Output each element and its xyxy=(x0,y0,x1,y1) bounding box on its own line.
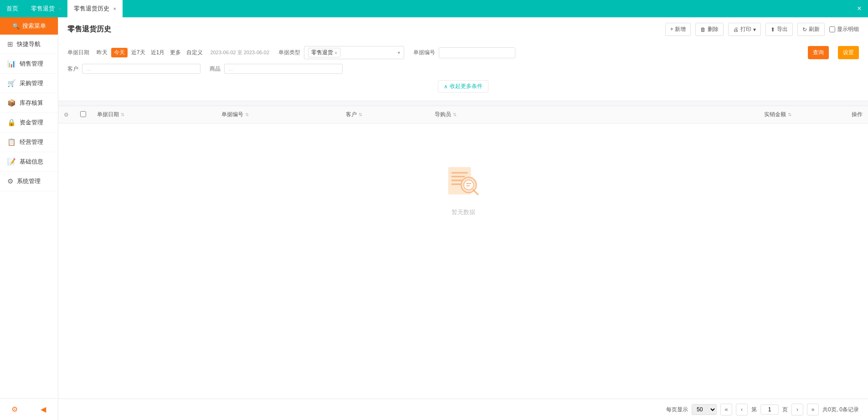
doc-type-tag: 零售退货 × xyxy=(308,48,340,57)
goods-select[interactable]: ... xyxy=(224,64,343,74)
basic-info-icon: 📝 xyxy=(7,158,16,166)
tab-home[interactable]: 首页 xyxy=(0,0,25,17)
tab-retail-return-close[interactable]: × xyxy=(58,6,61,11)
th-doc-date: 单据日期 ⇅ xyxy=(92,106,216,123)
window-close-button[interactable]: × xyxy=(851,0,868,17)
doc-type-tag-close[interactable]: × xyxy=(334,50,337,56)
collapse-icon: ∧ xyxy=(444,83,448,90)
sidebar-item-label: 销售管理 xyxy=(20,60,43,68)
th-doc-number: 单据编号 ⇅ xyxy=(216,106,340,123)
export-button[interactable]: ⬆ 导出 xyxy=(765,23,793,36)
filter-row-1: 单据日期 昨天 今天 近7天 近1月 更多 自定义 2023-06-02 至 2… xyxy=(67,46,859,59)
refresh-button[interactable]: ↻ 刷新 xyxy=(797,23,825,36)
th-settings-icon[interactable]: ⚙ xyxy=(64,112,69,118)
print-arrow-icon: ▾ xyxy=(753,26,756,33)
sidebar-item-quick-nav[interactable]: ⊞ 快捷导航 xyxy=(0,35,58,54)
sidebar: 🔍 搜索菜单 ⊞ 快捷导航 📊 销售管理 🛒 采购管理 📦 库存核算 🔒 资金管… xyxy=(0,17,58,420)
settings-button[interactable]: 设置 xyxy=(838,46,859,59)
select-all-checkbox[interactable] xyxy=(80,111,86,117)
refresh-icon: ↻ xyxy=(802,26,807,33)
tab-retail-return-history-close[interactable]: × xyxy=(113,6,116,11)
actual-amount-sort-icon[interactable]: ⇅ xyxy=(788,112,791,117)
goods-label: 商品 xyxy=(210,65,221,73)
export-label: 导出 xyxy=(777,26,788,33)
doc-number-sort-icon[interactable]: ⇅ xyxy=(245,112,249,117)
doc-type-select[interactable]: 零售退货 × ▾ xyxy=(304,46,404,59)
sidebar-search[interactable]: 🔍 搜索菜单 xyxy=(0,17,58,35)
sidebar-item-label: 库存核算 xyxy=(20,99,43,107)
doc-type-tag-value: 零售退货 xyxy=(311,49,333,56)
page-number-input[interactable] xyxy=(760,405,779,415)
sidebar-collapse-btn[interactable]: ◀ xyxy=(29,402,58,416)
next-page-btn[interactable]: › xyxy=(791,404,803,415)
doc-type-select-arrow: ▾ xyxy=(398,50,400,55)
date-btn-custom[interactable]: 自定义 xyxy=(185,48,205,57)
query-label: 查询 xyxy=(813,49,824,56)
date-btn-today[interactable]: 今天 xyxy=(111,48,128,57)
date-btn-last1month[interactable]: 近1月 xyxy=(149,48,167,57)
main-layout: 🔍 搜索菜单 ⊞ 快捷导航 📊 销售管理 🛒 采购管理 📦 库存核算 🔒 资金管… xyxy=(0,17,868,420)
table-container: ⚙ 单据日期 ⇅ 单据编号 xyxy=(58,106,868,399)
tab-retail-return-history[interactable]: 零售退货历史 × xyxy=(67,0,122,17)
empty-state-row: 暂无数据 xyxy=(58,123,868,253)
date-btn-last7[interactable]: 近7天 xyxy=(129,48,147,57)
finance-icon: 🔒 xyxy=(7,118,16,127)
page-label: 第 xyxy=(751,406,757,414)
sidebar-item-label: 系统管理 xyxy=(17,177,41,185)
sidebar-item-inventory[interactable]: 📦 库存核算 xyxy=(0,93,58,113)
sidebar-item-finance[interactable]: 🔒 资金管理 xyxy=(0,113,58,133)
page-size-select[interactable]: 10 20 50 100 xyxy=(692,404,717,415)
page-size-label: 每页显示 xyxy=(666,406,688,414)
collapse-more-btn[interactable]: ∧ 收起更多条件 xyxy=(438,80,488,92)
doc-number-input[interactable] xyxy=(439,47,515,58)
show-detail-checkbox[interactable] xyxy=(829,26,835,32)
last-page-btn[interactable]: » xyxy=(807,404,819,415)
show-detail-checkbox-label[interactable]: 显示明细 xyxy=(829,26,859,33)
customer-label: 客户 xyxy=(67,65,78,73)
sidebar-item-basic-info[interactable]: 📝 基础信息 xyxy=(0,152,58,172)
svg-rect-2 xyxy=(451,176,465,177)
sidebar-item-label: 资金管理 xyxy=(20,118,43,127)
first-page-btn[interactable]: « xyxy=(720,404,732,415)
date-btn-more[interactable]: 更多 xyxy=(168,48,183,57)
customer-select[interactable]: ... xyxy=(82,64,200,74)
sales-mgmt-icon: 📊 xyxy=(7,60,16,68)
quick-nav-icon: ⊞ xyxy=(7,40,13,48)
new-button[interactable]: + 新增 xyxy=(665,23,691,36)
page-title: 零售退货历史 xyxy=(67,25,111,34)
page-unit-label: 页 xyxy=(782,406,788,414)
empty-state-cell: 暂无数据 xyxy=(58,123,868,253)
doc-date-sort-icon[interactable]: ⇅ xyxy=(121,112,124,117)
sidebar-item-label: 采购管理 xyxy=(20,79,43,87)
guide-sort-icon[interactable]: ⇅ xyxy=(453,112,457,117)
sidebar-item-system-mgmt[interactable]: ⚙ 系统管理 xyxy=(0,172,58,191)
print-button[interactable]: 🖨 打印 ▾ xyxy=(728,23,761,36)
th-doc-number-label: 单据编号 xyxy=(221,111,243,118)
print-icon: 🖨 xyxy=(733,26,739,33)
data-table: ⚙ 单据日期 ⇅ 单据编号 xyxy=(58,106,868,253)
th-guide-label: 导购员 xyxy=(435,111,451,118)
export-icon: ⬆ xyxy=(770,26,775,33)
svg-rect-8 xyxy=(466,183,471,184)
customer-sort-icon[interactable]: ⇅ xyxy=(359,112,362,117)
th-customer-label: 客户 xyxy=(346,111,357,118)
filter-goods: 商品 ... xyxy=(210,64,343,74)
toolbar: + 新增 🗑 删除 🖨 打印 ▾ ⬆ 导出 xyxy=(665,23,859,36)
prev-page-btn[interactable]: ‹ xyxy=(736,404,748,415)
query-button[interactable]: 查询 xyxy=(808,46,829,59)
tab-retail-return[interactable]: 零售退货 × xyxy=(25,0,67,17)
filter-doc-number: 单据编号 xyxy=(413,47,515,58)
filter-doc-type: 单据类型 零售退货 × ▾ xyxy=(278,46,404,59)
delete-button[interactable]: 🗑 删除 xyxy=(695,23,724,36)
sidebar-item-ops-mgmt[interactable]: 📋 经营管理 xyxy=(0,133,58,152)
date-filter-label: 单据日期 xyxy=(67,49,89,56)
top-bar: 首页 零售退货 × 零售退货历史 × × xyxy=(0,0,868,17)
collapse-label: 收起更多条件 xyxy=(450,82,483,90)
filter-date: 单据日期 昨天 今天 近7天 近1月 更多 自定义 2023-06-02 至 2… xyxy=(67,48,269,57)
refresh-label: 刷新 xyxy=(809,26,820,33)
th-doc-date-label: 单据日期 xyxy=(97,111,119,118)
sidebar-item-sales-mgmt[interactable]: 📊 销售管理 xyxy=(0,54,58,74)
date-btn-yesterday[interactable]: 昨天 xyxy=(95,48,109,57)
sidebar-settings-btn[interactable]: ⚙ xyxy=(0,402,29,416)
sidebar-item-purchase-mgmt[interactable]: 🛒 采购管理 xyxy=(0,74,58,93)
